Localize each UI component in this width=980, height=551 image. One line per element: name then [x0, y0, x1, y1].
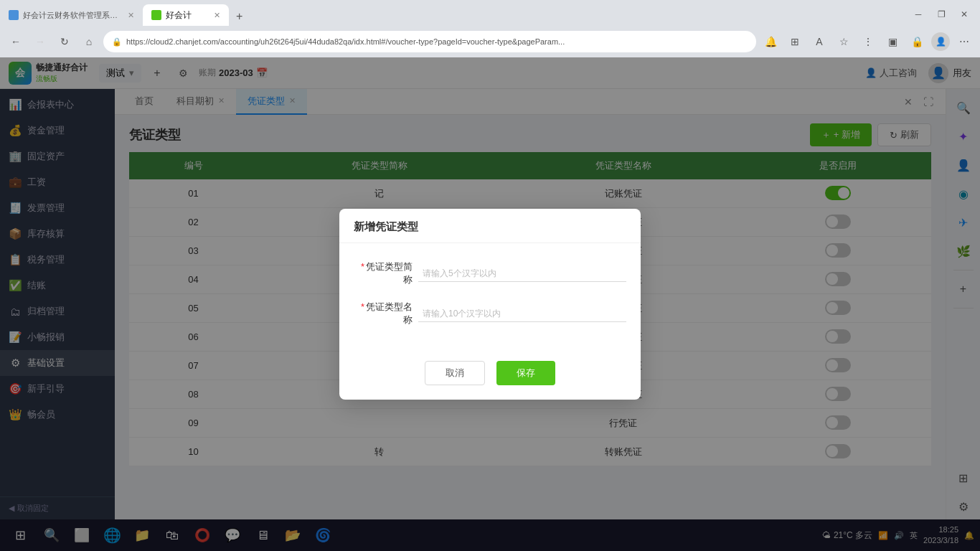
bookmark-button[interactable]: ⊞ [785, 32, 805, 52]
form-label-short: *凭证类型简称 [354, 260, 418, 286]
add-voucher-modal: 新增凭证类型 *凭证类型简称 *凭证类型名称 取消 保存 [339, 209, 641, 400]
home-button[interactable]: ⌂ [79, 32, 99, 52]
restore-button[interactable]: ❐ [931, 4, 951, 24]
star-button[interactable]: ☆ [834, 32, 854, 52]
modal-body: *凭证类型简称 *凭证类型名称 [339, 243, 641, 352]
minimize-button[interactable]: ─ [908, 4, 928, 24]
split-button[interactable]: ▣ [882, 32, 903, 52]
modal-footer: 取消 保存 [339, 352, 641, 400]
saved-button[interactable]: 🔒 [907, 32, 927, 52]
tab-main[interactable]: 好会计 ✕ [143, 4, 229, 26]
tab-label-main: 好会计 [166, 9, 192, 22]
required-indicator2: * [361, 301, 364, 312]
font-button[interactable]: A [809, 32, 829, 52]
settings-button[interactable]: ⋮ [858, 32, 878, 52]
modal-overlay: 新增凭证类型 *凭证类型简称 *凭证类型名称 取消 保存 [0, 57, 980, 551]
cancel-button[interactable]: 取消 [425, 361, 485, 385]
security-icon: 🔒 [112, 37, 122, 47]
more-button[interactable]: ⋯ [954, 32, 974, 52]
form-row-short: *凭证类型简称 [354, 260, 626, 286]
url-text: https://cloud2.chanjet.com/accounting/uh… [126, 37, 748, 46]
reload-button[interactable]: ↻ [55, 32, 75, 52]
required-indicator: * [361, 261, 364, 272]
save-button[interactable]: 保存 [496, 361, 555, 385]
address-bar[interactable]: 🔒 https://cloud2.chanjet.com/accounting/… [103, 31, 756, 52]
extensions-button[interactable]: 🔔 [760, 32, 781, 52]
forward-button[interactable]: → [30, 32, 50, 52]
tab-favicon-main [151, 10, 161, 20]
tab-close-main[interactable]: ✕ [214, 11, 220, 20]
tab-close-accounting[interactable]: ✕ [128, 11, 134, 20]
form-label-name: *凭证类型名称 [354, 301, 418, 326]
voucher-name-input[interactable] [418, 305, 626, 322]
modal-title: 新增凭证类型 [339, 209, 641, 243]
form-row-name: *凭证类型名称 [354, 301, 626, 326]
new-tab-button[interactable]: + [229, 7, 250, 26]
close-button[interactable]: ✕ [954, 4, 974, 24]
voucher-short-input[interactable] [418, 265, 626, 282]
tab-label-accounting: 好会计云财务软件管理系统_会计 [23, 10, 123, 21]
user-profile-button[interactable]: 👤 [931, 32, 950, 51]
back-button[interactable]: ← [6, 32, 26, 52]
tab-accounting[interactable]: 好会计云财务软件管理系统_会计 ✕ [0, 4, 143, 26]
tab-favicon-accounting [9, 10, 19, 20]
